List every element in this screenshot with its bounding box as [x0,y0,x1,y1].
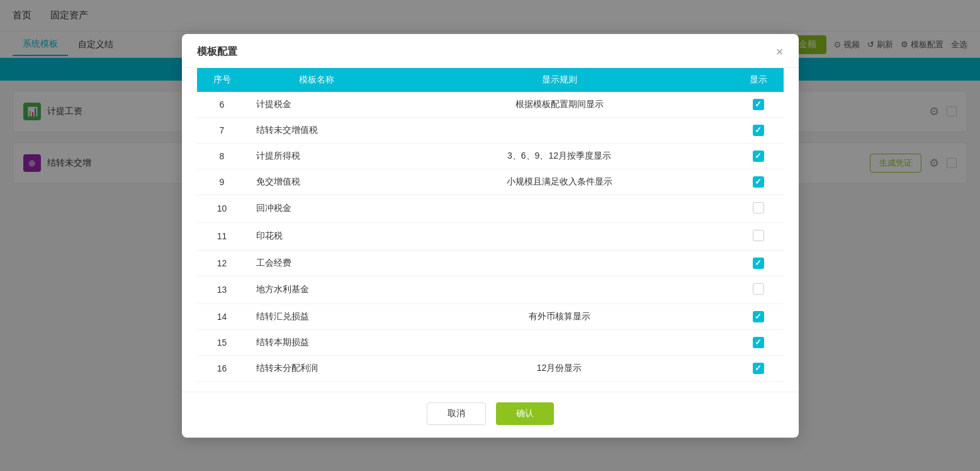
cell-id: 11 [197,222,247,250]
confirm-button[interactable]: 确认 [496,402,554,425]
cell-checkbox[interactable] [733,92,784,118]
checkbox-checked[interactable] [753,176,764,188]
cell-checkbox[interactable] [733,117,784,143]
modal-overlay: 模板配置 × 序号 模板名称 显示规则 显示 6计提税金根据模板配置期间显示7结… [0,0,980,471]
cell-name: 结转本期损益 [247,329,386,355]
checkbox-checked[interactable] [753,311,764,322]
cell-id: 15 [197,329,247,355]
checkbox-checked[interactable] [753,363,764,374]
cell-checkbox[interactable] [733,143,784,169]
cell-name: 工会经费 [247,250,386,276]
cell-name: 地方水利基金 [247,276,386,304]
col-name: 模板名称 [247,68,386,92]
col-rule: 显示规则 [386,68,733,92]
cell-checkbox[interactable] [733,250,784,276]
cell-id: 10 [197,195,247,222]
cell-id: 12 [197,250,247,276]
cell-rule [386,222,733,250]
checkbox-checked[interactable] [753,125,764,136]
cell-rule [386,117,733,143]
cell-name: 结转未分配利润 [247,355,386,381]
table-row: 13地方水利基金 [197,276,784,304]
modal-close-button[interactable]: × [776,45,784,58]
cell-rule: 根据模板配置期间显示 [386,92,733,118]
checkbox-checked[interactable] [753,337,764,348]
cell-checkbox[interactable] [733,222,784,250]
checkbox-unchecked[interactable] [753,283,764,295]
table-row: 11印花税 [197,222,784,250]
cell-name: 印花税 [247,222,386,250]
table-row: 10回冲税金 [197,195,784,222]
modal-footer: 取消 确认 [182,392,799,438]
checkbox-unchecked[interactable] [753,230,764,241]
cell-id: 7 [197,117,247,143]
table-row: 8计提所得税3、6、9、12月按季度显示 [197,143,784,169]
cell-rule: 12月份显示 [386,355,733,381]
checkbox-checked[interactable] [753,150,764,162]
cell-name: 计提所得税 [247,143,386,169]
checkbox-checked[interactable] [753,258,764,269]
table-row: 7结转未交增值税 [197,117,784,143]
cell-name: 计提税金 [247,92,386,118]
table-row: 12工会经费 [197,250,784,276]
modal-header: 模板配置 × [182,34,799,68]
cell-checkbox[interactable] [733,329,784,355]
cell-checkbox[interactable] [733,355,784,381]
cell-rule [386,250,733,276]
table-header: 序号 模板名称 显示规则 显示 [197,68,784,92]
col-id: 序号 [197,68,247,92]
cell-id: 14 [197,304,247,329]
template-config-modal: 模板配置 × 序号 模板名称 显示规则 显示 6计提税金根据模板配置期间显示7结… [182,34,799,438]
cell-checkbox[interactable] [733,276,784,304]
cancel-button[interactable]: 取消 [427,402,486,425]
table-row: 16结转未分配利润12月份显示 [197,355,784,381]
table-row: 6计提税金根据模板配置期间显示 [197,92,784,118]
cell-checkbox[interactable] [733,169,784,195]
cell-checkbox[interactable] [733,195,784,222]
table-body: 6计提税金根据模板配置期间显示7结转未交增值税8计提所得税3、6、9、12月按季… [197,92,784,382]
checkbox-unchecked[interactable] [753,202,764,213]
cell-rule: 有外币核算显示 [386,304,733,329]
cell-id: 8 [197,143,247,169]
col-display: 显示 [733,68,784,92]
cell-checkbox[interactable] [733,304,784,329]
cell-name: 结转汇兑损益 [247,304,386,329]
cell-rule: 小规模且满足收入条件显示 [386,169,733,195]
checkbox-checked[interactable] [753,99,764,110]
config-table: 序号 模板名称 显示规则 显示 6计提税金根据模板配置期间显示7结转未交增值税8… [197,68,784,382]
modal-title: 模板配置 [197,45,237,59]
cell-rule [386,195,733,222]
table-row: 9免交增值税小规模且满足收入条件显示 [197,169,784,195]
cell-id: 6 [197,92,247,118]
cell-rule: 3、6、9、12月按季度显示 [386,143,733,169]
cell-id: 9 [197,169,247,195]
cell-name: 免交增值税 [247,169,386,195]
cell-id: 16 [197,355,247,381]
cell-rule [386,329,733,355]
modal-body: 序号 模板名称 显示规则 显示 6计提税金根据模板配置期间显示7结转未交增值税8… [182,68,799,392]
table-row: 15结转本期损益 [197,329,784,355]
cell-name: 回冲税金 [247,195,386,222]
cell-name: 结转未交增值税 [247,117,386,143]
table-row: 14结转汇兑损益有外币核算显示 [197,304,784,329]
cell-id: 13 [197,276,247,304]
cell-rule [386,276,733,304]
